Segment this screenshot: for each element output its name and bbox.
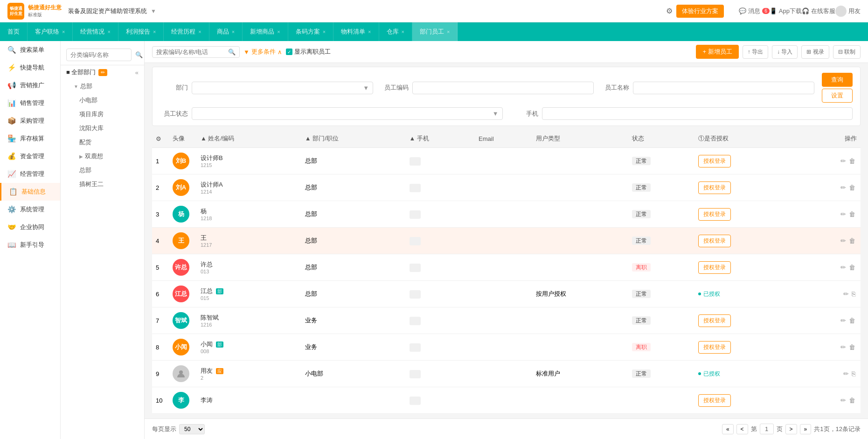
emp-code-input[interactable] xyxy=(412,82,594,94)
col-name[interactable]: ▲ 姓名/编码 xyxy=(197,130,301,148)
delete-icon[interactable]: 🗑 xyxy=(849,184,855,191)
dept-search-input[interactable] xyxy=(66,49,132,61)
more-conditions-btn[interactable]: ▼ 更多条件 ∧ xyxy=(243,48,282,56)
auth-button[interactable]: 授权登录 xyxy=(698,261,731,274)
phone-input[interactable] xyxy=(542,107,853,120)
show-resigned-toggle[interactable]: ✓ 显示离职员工 xyxy=(286,48,331,56)
auth-button[interactable]: 授权登录 xyxy=(698,208,731,221)
system-dropdown-arrow[interactable]: ▼ xyxy=(151,8,156,14)
sidebar-item-basics[interactable]: 📋 基础信息 xyxy=(0,183,60,201)
tab-history[interactable]: 经营历程 × xyxy=(164,22,209,41)
search-magnifier-icon[interactable]: 🔍 xyxy=(228,49,236,56)
close-icon[interactable]: × xyxy=(323,29,326,35)
sidebar-item-system[interactable]: ⚙️ 系统管理 xyxy=(0,201,60,218)
tab-bom[interactable]: 物料清单 × xyxy=(333,22,379,41)
close-icon[interactable]: × xyxy=(368,29,371,35)
close-icon[interactable]: × xyxy=(62,29,65,35)
auth-button[interactable]: 授权登录 xyxy=(698,314,731,327)
prev-page-btn[interactable]: < xyxy=(736,424,748,434)
tab-operation[interactable]: 经营情况 × xyxy=(73,22,118,41)
edit-icon[interactable]: ✏ xyxy=(840,157,846,165)
tab-warehouse[interactable]: 仓库 × xyxy=(379,22,412,41)
delete-icon[interactable]: 🗑 xyxy=(849,237,855,244)
set-button[interactable]: 设置 xyxy=(822,89,853,103)
edit-icon[interactable]: ✏ xyxy=(840,317,846,324)
delete-icon[interactable]: 🗑 xyxy=(849,210,855,218)
print-btn[interactable]: ⊟ 联制 xyxy=(833,45,861,59)
sidebar-item-collab[interactable]: 🤝 企业协同 xyxy=(0,218,60,236)
tab-add-goods[interactable]: 新增商品 × xyxy=(243,22,288,41)
close-icon[interactable]: × xyxy=(447,29,450,35)
auth-button[interactable]: 授权登录 xyxy=(698,341,731,354)
dept-collapse-btn[interactable]: « xyxy=(135,69,139,76)
search-button[interactable]: 查询 xyxy=(822,73,853,87)
close-icon[interactable]: × xyxy=(107,29,110,35)
dept-select[interactable]: ▼ xyxy=(192,82,373,94)
last-page-btn[interactable]: » xyxy=(800,424,812,434)
sidebar-item-sales[interactable]: 📊 销售管理 xyxy=(0,94,60,112)
first-page-btn[interactable]: « xyxy=(722,424,734,434)
close-icon[interactable]: × xyxy=(402,29,404,35)
edit-icon[interactable]: ✏ xyxy=(840,397,846,404)
delete-icon[interactable]: 🗑 xyxy=(849,264,855,271)
app-download-btn[interactable]: 📱 App下载 xyxy=(770,7,802,15)
auth-button[interactable]: 授权登录 xyxy=(698,235,731,247)
edit-icon[interactable]: ✏ xyxy=(840,343,846,351)
sidebar-item-purchase[interactable]: 📦 采购管理 xyxy=(0,112,60,130)
dept-node-xiaodibu[interactable]: 小电部 xyxy=(64,93,144,107)
settings-icon[interactable]: ⚙ xyxy=(666,7,673,15)
tab-customer[interactable]: 客户联络 × xyxy=(28,22,73,41)
trial-button[interactable]: 体验行业方案 xyxy=(676,5,724,18)
export-btn[interactable]: ↑ 导出 xyxy=(743,45,768,59)
tab-employees[interactable]: 部门员工 × xyxy=(412,22,458,41)
copy-icon[interactable]: ⎘ xyxy=(852,370,855,377)
tab-profit[interactable]: 利润报告 × xyxy=(118,22,164,41)
sidebar-item-guide[interactable]: 📖 新手引导 xyxy=(0,236,60,254)
col-dept[interactable]: ▲ 部门/职位 xyxy=(301,130,406,148)
tab-goods[interactable]: 商品 × xyxy=(209,22,243,41)
close-icon[interactable]: × xyxy=(153,29,156,35)
sidebar-item-search[interactable]: 🔍 搜索菜单 xyxy=(0,41,60,59)
edit-icon[interactable]: ✏ xyxy=(843,370,849,377)
edit-icon[interactable]: ✏ xyxy=(843,290,849,298)
auth-button[interactable]: 授权登录 xyxy=(698,394,731,407)
dept-search-icon[interactable]: 🔍 xyxy=(135,51,143,58)
edit-icon[interactable]: ✏ xyxy=(840,184,846,191)
delete-icon[interactable]: 🗑 xyxy=(849,157,855,165)
import-btn[interactable]: ↓ 导入 xyxy=(772,45,798,59)
close-icon[interactable]: × xyxy=(277,29,280,35)
sidebar-item-management[interactable]: 📈 经营管理 xyxy=(0,165,60,183)
dept-node-headquarters[interactable]: ▼总部 xyxy=(64,79,144,93)
col-settings[interactable]: ⚙ xyxy=(152,130,169,148)
dept-node-shenyang[interactable]: 沈阳大库 xyxy=(64,121,144,135)
dept-node-zongbu[interactable]: 总部 xyxy=(64,163,144,177)
col-phone[interactable]: ▲ 手机 xyxy=(406,130,475,148)
auth-button[interactable]: 授权登录 xyxy=(698,181,731,194)
per-page-select[interactable]: 50 100 xyxy=(179,424,205,434)
delete-icon[interactable]: 🗑 xyxy=(849,343,855,351)
tab-barcode[interactable]: 条码方案 × xyxy=(288,22,333,41)
edit-icon[interactable]: ✏ xyxy=(840,210,846,218)
employee-search-input[interactable] xyxy=(156,49,226,56)
close-icon[interactable]: × xyxy=(198,29,201,35)
add-employee-btn[interactable]: + 新增员工 xyxy=(696,45,738,59)
copy-icon[interactable]: ⎘ xyxy=(852,290,855,298)
sidebar-item-finance[interactable]: 💰 资金管理 xyxy=(0,147,60,165)
message-btn[interactable]: 💬 消息 6 xyxy=(739,7,770,15)
dept-node-shuanglu[interactable]: ▶双鹿想 xyxy=(64,149,144,163)
emp-status-select[interactable]: ▼ xyxy=(192,107,503,120)
sidebar-item-marketing[interactable]: 📢 营销推广 xyxy=(0,77,60,94)
dept-edit-badge[interactable]: ✏ xyxy=(98,69,107,76)
auth-button[interactable]: 授权登录 xyxy=(698,155,731,167)
emp-name-input[interactable] xyxy=(633,82,814,94)
dept-node-project[interactable]: 项目库房 xyxy=(64,107,144,121)
user-menu-btn[interactable]: 用友 xyxy=(835,6,861,17)
sidebar-item-quicknav[interactable]: ⚡ 快捷导航 xyxy=(0,59,60,77)
sidebar-item-inventory[interactable]: 🏪 库存核算 xyxy=(0,130,60,147)
dept-node-chashuwang[interactable]: 插树王二 xyxy=(64,177,144,191)
dept-node-peihuo[interactable]: 配货 xyxy=(64,135,144,149)
view-btn[interactable]: ⊞ 视录 xyxy=(801,45,829,59)
edit-icon[interactable]: ✏ xyxy=(840,237,846,244)
all-depts-header[interactable]: ■ 全部部门 ✏ « xyxy=(61,65,144,79)
delete-icon[interactable]: 🗑 xyxy=(849,317,855,324)
